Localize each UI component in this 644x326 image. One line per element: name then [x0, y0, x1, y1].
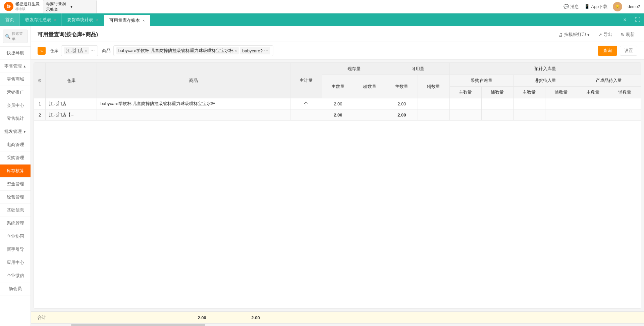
- tab-receive-pay-label: 收发存汇总表: [25, 17, 51, 23]
- sidebar-item-retail-mgmt-label: 零售管理: [4, 63, 22, 69]
- purchase-transit-aux-header: 辅数量: [481, 87, 513, 98]
- tab-purchase-stat[interactable]: 要货单统计表 ×: [62, 13, 104, 26]
- user-name[interactable]: demo2: [628, 4, 640, 9]
- stock-main-qty-header: 主数量: [322, 75, 354, 98]
- purchase-transit-main-header: 主数量: [449, 87, 481, 98]
- sidebar-item-wholesale-mgmt[interactable]: 批发管理 ▼: [0, 125, 31, 138]
- sidebar-search-btn[interactable]: 🔍 搜索菜单: [3, 30, 28, 43]
- settings-col-header: ⚙: [34, 63, 46, 98]
- main-unit-col-header: 主计量: [290, 63, 322, 98]
- product-filter-group: 商品 babycare学饮杯 儿童防摔防撞吸管杯重力球吸嘴杯宝宝水杯 × bab…: [102, 45, 274, 56]
- warehouse-tag: 江北门店 ×: [64, 47, 89, 54]
- warehouse-tag-close[interactable]: ×: [85, 49, 87, 53]
- bottom-scroll-thumb[interactable]: [71, 324, 205, 326]
- table-row: 1 江北门店 babycare学饮杯 儿童防摔防撞吸管杯重力球吸嘴杯宝宝水杯 个…: [34, 98, 641, 109]
- logo-text-block: 畅捷通好生意 标准版: [15, 2, 40, 11]
- product-col-header: 商品: [97, 63, 290, 98]
- sidebar-item-new-guide[interactable]: 新手引导: [0, 243, 31, 256]
- tab-receive-pay[interactable]: 收发存汇总表 ×: [20, 13, 62, 26]
- tab-home[interactable]: 首页: [0, 13, 20, 26]
- top-bar-left: 好 畅捷通好生意 标准版 母婴行业演示账套 ▾: [4, 0, 97, 14]
- sidebar-item-new-guide-label: 新手引导: [7, 246, 24, 252]
- sidebar-item-app-center-label: 应用中心: [7, 260, 24, 266]
- print-template-btn[interactable]: 🖨 按模板打印 ▾: [556, 30, 592, 39]
- sidebar-item-marketing[interactable]: 营销推广: [0, 86, 31, 99]
- tab-purchase-stat-close[interactable]: ×: [96, 18, 98, 22]
- row-goods-arriving-aux: [545, 98, 577, 109]
- filter-bar: » 仓库 江北门店 × ··· 商品 babycare学饮杯 儿童防摔防撞吸管杯…: [31, 42, 644, 60]
- sidebar-item-finance[interactable]: 资金管理: [0, 178, 31, 191]
- product-tag-1: babycare学饮杯 儿童防摔防撞吸管杯重力球吸嘴杯宝宝水杯 ×: [116, 47, 239, 54]
- subtotal-warehouse: 江北门店【...: [46, 109, 97, 121]
- gear-icon[interactable]: ⚙: [38, 78, 42, 83]
- sidebar-item-enterprise-wechat[interactable]: 企业微信: [0, 269, 31, 282]
- refresh-icon: ↻: [621, 32, 625, 37]
- logo-main-text: 畅捷通好生意: [15, 2, 40, 6]
- subtotal-produced-main: [577, 109, 609, 121]
- page-header: 可用量查询(按仓库+商品) 🖨 按模板打印 ▾ ↗ 导出 ↻ 刷新: [31, 26, 644, 42]
- logo-sub-text: 标准版: [15, 7, 40, 11]
- fullscreen-btn[interactable]: ⛶: [631, 13, 644, 26]
- top-bar: 好 畅捷通好生意 标准版 母婴行业演示账套 ▾ 💬 消息 📱 App下载 😊 d…: [0, 0, 644, 13]
- filter-expand-btn[interactable]: »: [38, 47, 46, 55]
- tab-available-stock-close[interactable]: ×: [143, 18, 145, 22]
- table-container: ⚙ 仓库 商品 主计量 现存量 可用量 预计入库量 主数量 辅数量 主数量 辅数…: [34, 62, 641, 309]
- subtotal-avail-main: 2.00: [386, 109, 418, 121]
- sidebar-item-retail-stat[interactable]: 零售统计: [0, 112, 31, 125]
- sidebar-item-purchase[interactable]: 采购管理: [0, 151, 31, 165]
- sidebar-item-retail-mgmt[interactable]: 零售管理 ▲: [0, 60, 31, 73]
- subtotal-purchase-transit-aux: [481, 109, 513, 121]
- warehouse-filter-group: 仓库 江北门店 × ···: [50, 45, 98, 56]
- tab-available-stock[interactable]: 可用量库存账本 ×: [104, 15, 150, 26]
- sidebar-item-finance-label: 资金管理: [7, 181, 24, 187]
- sidebar-item-system[interactable]: 系统管理: [0, 217, 31, 230]
- sidebar-item-retail-mall[interactable]: 零售商城: [0, 73, 31, 86]
- sidebar-item-inventory[interactable]: 库存核算: [0, 165, 31, 178]
- warehouse-filter-input[interactable]: 江北门店 × ···: [61, 45, 98, 56]
- bottom-scrollbar[interactable]: [31, 323, 644, 326]
- purchase-transit-header: 采购在途量: [449, 75, 513, 87]
- sidebar-item-enterprise-coop[interactable]: 企业协同: [0, 230, 31, 243]
- sidebar-item-basic-info[interactable]: 基础信息: [0, 204, 31, 217]
- available-col-header: 可用量: [386, 63, 449, 75]
- message-icon: 💬: [564, 4, 569, 9]
- product-more-icon[interactable]: ···: [264, 48, 268, 54]
- sidebar-item-basic-info-label: 基础信息: [7, 207, 24, 213]
- product-tag-1-close[interactable]: ×: [235, 49, 237, 53]
- sidebar-item-ecommerce[interactable]: 电商管理: [0, 138, 31, 151]
- subtotal-goods-arriving-main: [513, 109, 545, 121]
- data-table: ⚙ 仓库 商品 主计量 现存量 可用量 预计入库量 主数量 辅数量 主数量 辅数…: [34, 63, 641, 121]
- row-purchase-transit-aux: [481, 98, 513, 109]
- row-avail-main: 2.00: [386, 98, 418, 109]
- product-filter-input[interactable]: babycare学饮杯 儿童防摔防撞吸管杯重力球吸嘴杯宝宝水杯 × babyca…: [113, 45, 274, 56]
- settings-btn[interactable]: 设置: [620, 46, 637, 56]
- tab-receive-pay-close[interactable]: ×: [54, 18, 56, 22]
- sidebar-item-quick-nav[interactable]: 快捷导航: [0, 47, 31, 60]
- warehouse-more-icon[interactable]: ···: [90, 48, 95, 54]
- sidebar-item-member-label: 会员中心: [7, 102, 24, 108]
- sidebar-item-ecommerce-label: 电商管理: [7, 142, 24, 148]
- sidebar-item-app-center[interactable]: 应用中心: [0, 256, 31, 269]
- warehouse-col-header: 仓库: [46, 63, 97, 98]
- page-title: 可用量查询(按仓库+商品): [38, 31, 98, 38]
- app-download-action[interactable]: 📱 App下载: [584, 4, 607, 10]
- sidebar-item-member[interactable]: 会员中心: [0, 99, 31, 112]
- refresh-btn[interactable]: ↻ 刷新: [618, 30, 637, 39]
- query-btn[interactable]: 查询: [598, 46, 617, 56]
- warehouse-tag-text: 江北门店: [66, 48, 84, 54]
- close-all-tabs-btn[interactable]: ×: [619, 13, 631, 26]
- workspace-selector[interactable]: 母婴行业演示账套 ▾: [43, 0, 97, 14]
- goods-arriving-header: 进货待入量: [513, 75, 577, 87]
- produced-main-header: 主数量: [577, 87, 609, 98]
- row-avail-aux: [418, 98, 449, 109]
- export-btn[interactable]: ↗ 导出: [596, 30, 615, 39]
- chevron-down-icon: ▾: [70, 4, 94, 9]
- top-bar-right: 💬 消息 📱 App下载 😊 demo2: [564, 2, 640, 11]
- sidebar-item-quick-nav-label: 快捷导航: [7, 50, 24, 56]
- refresh-label: 刷新: [626, 32, 635, 38]
- sidebar-item-operations[interactable]: 经营管理: [0, 191, 31, 204]
- message-action[interactable]: 💬 消息: [564, 4, 579, 10]
- tab-home-label: 首页: [5, 17, 14, 23]
- sidebar-item-member2[interactable]: 畅会员: [0, 282, 31, 295]
- product-tag-2-text: babycare?: [242, 48, 263, 53]
